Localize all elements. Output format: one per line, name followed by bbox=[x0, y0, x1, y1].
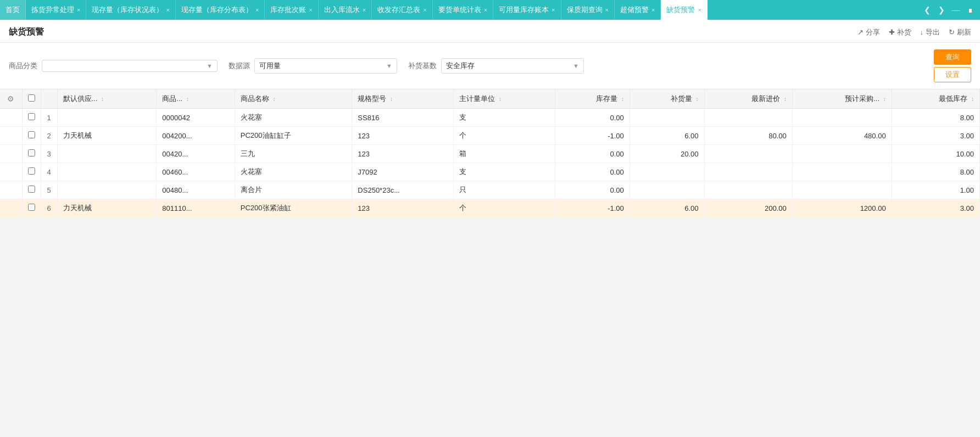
col-product-name-label: 商品名称 bbox=[241, 94, 269, 103]
replenish-base-filter-group: 补货基数 安全库存 ▼ bbox=[408, 58, 584, 74]
row-spec: J7092 bbox=[352, 163, 454, 181]
refresh-button[interactable]: ↻ 刷新 bbox=[949, 27, 971, 37]
row-product-code: 004200... bbox=[157, 127, 235, 145]
close-tab-icon[interactable]: × bbox=[423, 7, 426, 13]
row-checkbox[interactable] bbox=[28, 149, 35, 156]
nav-tab-batch[interactable]: 库存批次账× bbox=[265, 0, 318, 20]
col-latest-price-label: 最新进价 bbox=[751, 94, 780, 103]
column-stock[interactable]: 库存量 ↕ bbox=[555, 89, 630, 109]
nav-tab-inventory-status[interactable]: 现存量（库存状况表）× bbox=[86, 0, 175, 20]
column-spec[interactable]: 规格型号 ↕ bbox=[352, 89, 454, 109]
share-button[interactable]: ↗ 分享 bbox=[858, 27, 880, 37]
close-tab-icon[interactable]: × bbox=[166, 7, 169, 13]
row-settings-cell bbox=[0, 145, 22, 163]
close-tab-icon[interactable]: × bbox=[309, 7, 312, 13]
nav-tab-overstock[interactable]: 超储预警× bbox=[615, 0, 661, 20]
nav-minimize-button[interactable]: — bbox=[949, 3, 962, 16]
nav-maximize-button[interactable]: ∎ bbox=[964, 3, 977, 16]
sort-replenish-qty-icon: ↕ bbox=[696, 96, 699, 102]
datasource-arrow-icon: ▼ bbox=[386, 63, 392, 69]
sort-default-supplier-icon: ↕ bbox=[101, 96, 104, 102]
row-product-code: 00460... bbox=[157, 163, 235, 181]
close-tab-icon[interactable]: × bbox=[698, 7, 701, 13]
row-settings-cell bbox=[0, 163, 22, 181]
row-est-purchase bbox=[792, 181, 892, 199]
column-latest-price[interactable]: 最新进价 ↕ bbox=[704, 89, 792, 109]
nav-tab-expiry[interactable]: 保质期查询× bbox=[561, 0, 615, 20]
column-product-code[interactable]: 商品... ↕ bbox=[157, 89, 235, 109]
close-tab-icon[interactable]: × bbox=[77, 7, 80, 13]
row-number: 6 bbox=[41, 199, 57, 217]
filter-actions: 查询 设置 bbox=[934, 49, 971, 82]
close-tab-icon[interactable]: × bbox=[605, 7, 609, 13]
settings-button[interactable]: 设置 bbox=[934, 67, 971, 82]
nav-tab-inout-flow[interactable]: 出入库流水× bbox=[319, 0, 372, 20]
category-select[interactable]: ▼ bbox=[42, 60, 218, 72]
close-tab-icon[interactable]: × bbox=[552, 7, 555, 13]
nav-prev-button[interactable]: ❮ bbox=[921, 3, 934, 16]
row-checkbox[interactable] bbox=[28, 186, 35, 193]
data-table: ⚙ 默认供应... ↕ 商品... ↕ 商品名称 bbox=[0, 89, 980, 217]
row-checkbox-cell[interactable] bbox=[22, 145, 41, 163]
replenish-button[interactable]: ✚ 补货 bbox=[889, 27, 911, 37]
nav-tab-available-ledger[interactable]: 可用量库存账本× bbox=[493, 0, 561, 20]
nav-next-button[interactable]: ❯ bbox=[935, 3, 948, 16]
row-checkbox[interactable] bbox=[28, 131, 35, 138]
row-checkbox-cell[interactable] bbox=[22, 181, 41, 199]
row-stock: 0.00 bbox=[555, 181, 630, 199]
row-min-stock: 8.00 bbox=[892, 109, 979, 127]
row-spec: DS250*23c... bbox=[352, 181, 454, 199]
row-checkbox[interactable] bbox=[28, 113, 35, 120]
col-stock-label: 库存量 bbox=[596, 94, 617, 103]
close-tab-icon[interactable]: × bbox=[652, 7, 655, 13]
column-default-supplier[interactable]: 默认供应... ↕ bbox=[57, 89, 157, 109]
page-title: 缺货预警 bbox=[9, 26, 44, 38]
row-est-purchase bbox=[792, 145, 892, 163]
row-checkbox[interactable] bbox=[28, 204, 35, 211]
export-button[interactable]: ↓ 导出 bbox=[920, 27, 940, 37]
row-replenish-qty bbox=[630, 163, 704, 181]
table-row: 4 00460... 火花塞 J7092 支 0.00 8.00 bbox=[0, 163, 980, 181]
column-replenish-qty[interactable]: 补货量 ↕ bbox=[630, 89, 704, 109]
column-min-stock[interactable]: 最低库存 ↕ bbox=[892, 89, 979, 109]
row-replenish-qty: 6.00 bbox=[630, 127, 704, 145]
select-all-checkbox[interactable] bbox=[28, 94, 35, 102]
col-default-supplier-label: 默认供应... bbox=[63, 94, 98, 103]
nav-tab-shortage[interactable]: 缺货预警× bbox=[661, 0, 707, 20]
row-spec: SS816 bbox=[352, 109, 454, 127]
replenish-icon: ✚ bbox=[889, 28, 895, 36]
close-tab-icon[interactable]: × bbox=[484, 7, 487, 13]
row-checkbox-cell[interactable] bbox=[22, 163, 41, 181]
close-tab-icon[interactable]: × bbox=[363, 7, 366, 13]
row-stock: 0.00 bbox=[555, 145, 630, 163]
gear-icon[interactable]: ⚙ bbox=[7, 94, 14, 103]
nav-tab-inventory-dist[interactable]: 现存量（库存分布表）× bbox=[176, 0, 265, 20]
replenish-base-select[interactable]: 安全库存 ▼ bbox=[441, 58, 584, 74]
datasource-select[interactable]: 可用量 ▼ bbox=[254, 58, 397, 74]
row-spec: 123 bbox=[352, 199, 454, 217]
column-settings[interactable]: ⚙ bbox=[0, 89, 22, 109]
row-default-supplier bbox=[57, 109, 157, 127]
close-tab-icon[interactable]: × bbox=[255, 7, 259, 13]
column-checkbox-all[interactable] bbox=[22, 89, 41, 109]
table-row: 2 力天机械 004200... PC200油缸缸子 123 个 -1.00 6… bbox=[0, 127, 980, 145]
nav-tab-abnormal[interactable]: 拣货异常处理× bbox=[26, 0, 86, 20]
row-checkbox-cell[interactable] bbox=[22, 109, 41, 127]
column-product-name[interactable]: 商品名称 ↕ bbox=[235, 89, 352, 109]
row-latest-price: 200.00 bbox=[704, 199, 792, 217]
sort-spec-icon: ↕ bbox=[390, 96, 393, 102]
column-unit[interactable]: 主计量单位 ↕ bbox=[454, 89, 555, 109]
nav-tab-home[interactable]: 首页 bbox=[0, 0, 26, 20]
nav-tab-collect-summary[interactable]: 收发存汇总表× bbox=[372, 0, 432, 20]
category-filter-group: 商品分类 ▼ bbox=[9, 60, 218, 72]
row-unit: 个 bbox=[454, 199, 555, 217]
row-latest-price bbox=[704, 181, 792, 199]
nav-tab-order-stats[interactable]: 要货单统计表× bbox=[433, 0, 493, 20]
row-checkbox-cell[interactable] bbox=[22, 199, 41, 217]
column-est-purchase[interactable]: 预计采购... ↕ bbox=[792, 89, 892, 109]
datasource-filter-group: 数据源 可用量 ▼ bbox=[229, 58, 397, 74]
row-replenish-qty bbox=[630, 109, 704, 127]
row-checkbox-cell[interactable] bbox=[22, 127, 41, 145]
row-checkbox[interactable] bbox=[28, 167, 35, 175]
query-button[interactable]: 查询 bbox=[934, 49, 971, 65]
